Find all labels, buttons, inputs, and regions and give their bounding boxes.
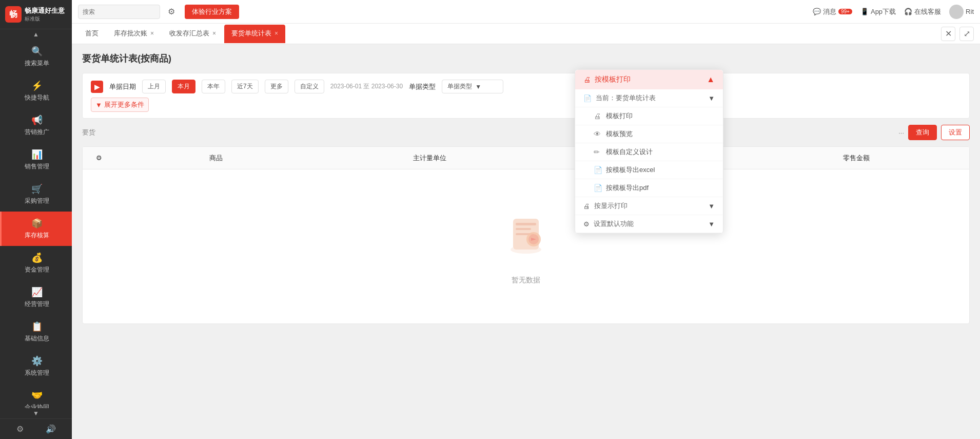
expand-more-conditions-button[interactable]: ▼ 展开更多条件 [91, 98, 149, 112]
tab-expand-button[interactable]: ⤢ [959, 27, 974, 41]
date-btn-last-month[interactable]: 上月 [142, 80, 166, 93]
sidebar-item-search[interactable]: 🔍 搜索菜单 [0, 40, 72, 74]
message-icon: 💬 [813, 8, 821, 15]
scroll-down-btn[interactable]: ▼ [0, 408, 72, 418]
current-template-icon: 📄 [583, 94, 592, 102]
default-function-button[interactable]: ⚙ 设置默认功能 ▼ [575, 215, 723, 233]
filter-toggle-button[interactable]: ▶ [91, 81, 103, 93]
user-name: Rit [966, 8, 974, 15]
corp-nav-icon: 🤝 [31, 390, 43, 401]
template-print-icon: 🖨 [594, 112, 602, 120]
default-function-chevron: ▼ [708, 220, 715, 228]
export-pdf-button[interactable]: 📄 按模板导出pdf [575, 179, 723, 197]
table-col-product: 商品 [109, 154, 323, 163]
filter-bar: ▶ 单据日期 上月 本月 本年 近7天 更多 自定义 2023-06-01 至 … [82, 73, 970, 119]
app-version: 标准版 [25, 15, 65, 23]
tab-home-label: 首页 [85, 29, 99, 38]
settings-button[interactable]: 设置 [941, 125, 970, 140]
scroll-up-arrow[interactable]: ▲ [31, 29, 41, 40]
tab-batch-accounts-close[interactable]: × [150, 30, 154, 37]
shortcut-nav-icon: ⚡ [31, 80, 43, 91]
sidebar-item-inventory[interactable]: 📦 库存核算 [0, 212, 72, 246]
sidebar-item-corp[interactable]: 🤝 企业协同 [0, 384, 72, 408]
user-avatar-area[interactable]: Rit [949, 5, 974, 19]
order-type-dropdown-icon: ▼ [475, 83, 481, 90]
topbar-right: 💬 消息 99+ 📱 App下载 🎧 在线客服 Rit [813, 5, 974, 19]
table-body-empty: 暂无数据 [83, 169, 969, 323]
data-table: ⚙ 商品 主计量单位 主数量 零售金额 [82, 146, 970, 324]
sidebar-item-operation[interactable]: 📈 经营管理 [0, 280, 72, 315]
sidebar: 畅 畅康通好生意 标准版 ▲ 🔍 搜索菜单 ⚡ 快捷导航 📢 营销推广 📊 销售… [0, 0, 72, 439]
sidebar-bottom: ⚙ 🔊 [0, 418, 72, 439]
dropdown-header-controls: ▲ [707, 75, 715, 84]
table-col-settings[interactable]: ⚙ [89, 154, 109, 162]
display-print-button[interactable]: 🖨 按显示打印 ▼ [575, 197, 723, 215]
order-output-area-label: 要货 [82, 128, 95, 137]
svg-rect-2 [516, 223, 536, 225]
sound-bottom-icon[interactable]: 🔊 [46, 424, 56, 434]
page-content: 要货单统计表(按商品) ▶ 单据日期 上月 本月 本年 近7天 更多 自定义 2… [72, 44, 980, 439]
app-download-button[interactable]: 📱 App下载 [860, 7, 896, 16]
sidebar-item-label-system: 系统管理 [25, 369, 49, 377]
print-dropdown-menu: 🖨 按模板打印 ▲ 📄 当前：要货单统计表 ▼ 🖨 模板打印 👁 模板预览 ✏ [575, 69, 723, 234]
empty-state-icon [500, 208, 552, 270]
current-template-item[interactable]: 📄 当前：要货单统计表 ▼ [575, 89, 723, 107]
online-service-icon: 🎧 [904, 8, 912, 15]
order-type-select[interactable]: 单据类型 ▼ [442, 80, 503, 93]
sidebar-item-purchase[interactable]: 🛒 采购管理 [0, 177, 72, 212]
template-print-button[interactable]: 🖨 模板打印 [575, 107, 723, 125]
tab-order-stats-close[interactable]: × [275, 30, 278, 37]
search-nav-icon: 🔍 [31, 46, 43, 57]
template-design-button[interactable]: ✏ 模板自定义设计 [575, 143, 723, 161]
tab-order-stats[interactable]: 要货单统计表 × [224, 25, 285, 43]
order-type-select-label: 单据类型 [447, 82, 472, 91]
sidebar-item-label-shortcut: 快捷导航 [25, 93, 49, 102]
topbar: ⚙ 体验行业方案 💬 消息 99+ 📱 App下载 🎧 在线客服 Rit [72, 0, 980, 24]
date-btn-custom[interactable]: 自定义 [295, 80, 324, 93]
export-pdf-item: 📄 按模板导出pdf [575, 179, 723, 197]
export-excel-icon: 📄 [594, 166, 602, 174]
tab-batch-accounts[interactable]: 库存批次账 × [107, 25, 161, 43]
query-button[interactable]: 查询 [908, 125, 937, 140]
sidebar-item-sales[interactable]: 📊 销售管理 [0, 143, 72, 177]
default-function-section: ⚙ 设置默认功能 ▼ [575, 215, 723, 233]
sidebar-item-basic[interactable]: 📋 基础信息 [0, 315, 72, 349]
search-input[interactable] [78, 5, 160, 19]
sidebar-item-label-finance: 资金管理 [25, 265, 49, 274]
date-btn-current-month[interactable]: 本月 [172, 80, 195, 93]
tab-receipt-summary[interactable]: 收发存汇总表 × [162, 25, 223, 43]
date-btn-7days[interactable]: 近7天 [231, 80, 259, 93]
messages-button[interactable]: 💬 消息 99+ [813, 7, 852, 16]
dropdown-header[interactable]: 🖨 按模板打印 ▲ [575, 70, 723, 89]
scroll-down-arrow[interactable]: ▼ [31, 408, 41, 418]
tab-home[interactable]: 首页 [78, 25, 106, 43]
sidebar-item-marketing[interactable]: 📢 营销推广 [0, 108, 72, 143]
tab-close-all-button[interactable]: ✕ [941, 27, 955, 41]
empty-state-text: 暂无数据 [512, 276, 540, 285]
settings-gear-icon[interactable]: ⚙ [164, 5, 179, 19]
purchase-nav-icon: 🛒 [31, 183, 43, 195]
sidebar-item-shortcut[interactable]: ⚡ 快捷导航 [0, 74, 72, 108]
export-pdf-icon: 📄 [594, 184, 602, 192]
filter-row-1: ▶ 单据日期 上月 本月 本年 近7天 更多 自定义 2023-06-01 至 … [91, 80, 961, 93]
scroll-up-btn[interactable]: ▲ [0, 29, 72, 40]
system-nav-icon: ⚙️ [31, 355, 43, 367]
export-excel-item: 📄 按模板导出excel [575, 161, 723, 179]
export-excel-button[interactable]: 📄 按模板导出excel [575, 161, 723, 179]
online-service-button[interactable]: 🎧 在线客服 [904, 7, 941, 16]
tab-receipt-summary-close[interactable]: × [212, 30, 216, 37]
sidebar-item-finance[interactable]: 💰 资金管理 [0, 246, 72, 280]
dropdown-up-icon[interactable]: ▲ [707, 75, 715, 84]
template-preview-button[interactable]: 👁 模板预览 [575, 125, 723, 143]
sidebar-item-label-corp: 企业协同 [25, 403, 49, 408]
display-print-label: 按显示打印 [594, 201, 628, 211]
export-pdf-label: 按模板导出pdf [606, 183, 649, 193]
date-btn-more[interactable]: 更多 [265, 80, 288, 93]
settings-bottom-icon[interactable]: ⚙ [16, 424, 24, 434]
more-options-icon[interactable]: ··· [898, 129, 904, 137]
table-header: ⚙ 商品 主计量单位 主数量 零售金额 [83, 147, 969, 169]
trial-button[interactable]: 体验行业方案 [185, 5, 239, 19]
app-name: 畅康通好生意 [25, 6, 65, 15]
sidebar-item-system[interactable]: ⚙️ 系统管理 [0, 349, 72, 384]
date-btn-current-year[interactable]: 本年 [202, 80, 225, 93]
